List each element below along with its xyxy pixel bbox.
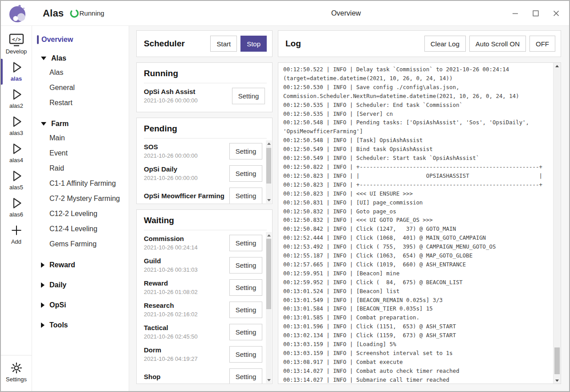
setting-button[interactable]: Setting bbox=[229, 188, 262, 204]
running-panel: Running OpSi Ash Assist2021-10-26 00:00:… bbox=[136, 62, 273, 112]
task-time: 2021-10-26 04:19:27 bbox=[144, 355, 229, 363]
sidebar-item-alas6[interactable]: alas6 bbox=[1, 195, 32, 220]
waiting-scrollbar[interactable] bbox=[266, 232, 272, 383]
minimize-button[interactable] bbox=[505, 1, 525, 25]
task-info: OpSi Ash Assist2021-10-26 00:00:00 bbox=[144, 87, 232, 105]
scroll-up-icon[interactable] bbox=[266, 140, 272, 147]
setting-button[interactable]: Setting bbox=[229, 143, 262, 159]
pending-list: SOS2021-10-26 00:00:00SettingOpSi Daily2… bbox=[137, 140, 265, 204]
task-info: Tactical2021-10-26 02:45:50 bbox=[144, 323, 229, 341]
auto-scroll-off-button[interactable]: OFF bbox=[529, 36, 555, 52]
nav-item-main[interactable]: Main bbox=[32, 131, 129, 146]
window-controls bbox=[505, 1, 566, 25]
scroll-down-icon[interactable] bbox=[266, 377, 272, 383]
nav-group-opsi[interactable]: OpSi bbox=[32, 298, 129, 312]
nav-group-daily[interactable]: Daily bbox=[32, 278, 129, 292]
setting-button[interactable]: Setting bbox=[229, 165, 262, 182]
nav-group-reward[interactable]: Reward bbox=[32, 258, 129, 272]
scrollbar-thumb[interactable] bbox=[266, 148, 271, 184]
start-button[interactable]: Start bbox=[210, 36, 237, 52]
nav-item-event[interactable]: Event bbox=[32, 146, 129, 161]
setting-button[interactable]: Setting bbox=[232, 88, 265, 104]
setting-button[interactable]: Setting bbox=[229, 368, 262, 384]
sidebar-item-add[interactable]: Add bbox=[1, 222, 32, 248]
task-time: 2021-10-26 01:08:02 bbox=[144, 288, 229, 297]
nav-item-gems-farming[interactable]: Gems Farming bbox=[32, 237, 129, 252]
task-time: 2021-10-26 00:00:00 bbox=[144, 151, 229, 160]
content: Scheduler Start Stop Running OpSi Ash As… bbox=[129, 26, 569, 391]
nav-item-c7-2-mystery-farming[interactable]: C7-2 Mystery Farming bbox=[32, 191, 129, 206]
setting-button[interactable]: Setting bbox=[229, 257, 262, 274]
scrollbar-thumb[interactable] bbox=[554, 347, 560, 374]
log-line: 00:12:59.951 | INFO | [Beacon] mine bbox=[283, 269, 552, 278]
log-output[interactable]: 00:12:50.522 | INFO | Delay task `Commis… bbox=[278, 63, 553, 384]
close-button[interactable] bbox=[546, 1, 566, 25]
sidebar-item-alas3[interactable]: alas3 bbox=[1, 113, 32, 139]
log-line: 00:13:03.159 | INFO | [Loading] 5% bbox=[283, 340, 552, 349]
nav-group-alas[interactable]: Alas bbox=[32, 52, 129, 65]
pending-panel: Pending SOS2021-10-26 00:00:00SettingOpS… bbox=[136, 118, 273, 204]
chevron-down-icon bbox=[41, 57, 46, 60]
log-line: 00:13:01.549 | INFO | [BEACON_REMAIN 0.0… bbox=[283, 296, 552, 305]
alas-logo-icon bbox=[8, 4, 27, 23]
nav-item-restart[interactable]: Restart bbox=[32, 95, 129, 110]
log-line: 00:13:01.596 | INFO | Click (1151, 653) … bbox=[283, 322, 552, 331]
scroll-down-icon[interactable] bbox=[554, 377, 561, 384]
nav-menu: OverviewAlasAlasGeneralRestartFarmMainEv… bbox=[32, 26, 129, 391]
scheduler-status: Running bbox=[69, 8, 104, 18]
setting-button[interactable]: Setting bbox=[229, 324, 262, 340]
task-name: Commission bbox=[144, 234, 229, 243]
scroll-up-icon[interactable] bbox=[266, 232, 272, 238]
nav-group-label: Daily bbox=[49, 281, 66, 289]
nav-group-label: Farm bbox=[51, 120, 69, 128]
scroll-down-icon[interactable] bbox=[266, 197, 272, 203]
log-line: 00:12:50.549 | INFO | Bind task OpsiAshA… bbox=[283, 145, 552, 154]
sidebar-item-alas2[interactable]: alas2 bbox=[1, 86, 32, 112]
log-line: 00:12:50.535 | INFO | Scheduler: End tas… bbox=[283, 101, 552, 110]
sidebar-item-develop[interactable]: </>Develop bbox=[1, 32, 32, 57]
stop-button[interactable]: Stop bbox=[240, 36, 267, 52]
svg-text:</>: </> bbox=[12, 37, 21, 42]
log-scrollbar[interactable] bbox=[553, 63, 561, 384]
nav-item-c12-2-leveling[interactable]: C12-2 Leveling bbox=[32, 206, 129, 221]
nav-group-farm[interactable]: Farm bbox=[32, 117, 129, 131]
play-icon bbox=[10, 142, 23, 155]
log-title: Log bbox=[285, 39, 424, 49]
auto-scroll-on-button[interactable]: Auto Scroll ON bbox=[469, 36, 526, 52]
waiting-list: Commission2021-10-26 00:24:14SettingGuil… bbox=[137, 232, 265, 384]
nav-item-general[interactable]: General bbox=[32, 80, 129, 95]
nav-group-tools[interactable]: Tools bbox=[32, 318, 129, 332]
log-area: 00:12:50.522 | INFO | Delay task `Commis… bbox=[278, 62, 561, 384]
nav-item-c12-4-leveling[interactable]: C12-4 Leveling bbox=[32, 221, 129, 237]
log-line: 00:12:50.522 | INFO | Delay task `Commis… bbox=[283, 65, 552, 74]
nav-list: OverviewAlasAlasGeneralRestartFarmMainEv… bbox=[32, 34, 129, 332]
setting-button[interactable]: Setting bbox=[229, 346, 262, 363]
log-line: 00:12:50.823 | INFO | | OPSIASHASSIST | bbox=[283, 172, 552, 180]
sidebar-item-settings[interactable]: Settings bbox=[1, 359, 32, 385]
task-info: OpSi Meowfficer Farming bbox=[144, 191, 229, 200]
sidebar-item-alas4[interactable]: alas4 bbox=[1, 140, 32, 166]
log-line: 00:13:01.524 | INFO | [Beacon] list bbox=[283, 287, 552, 296]
setting-button[interactable]: Setting bbox=[229, 279, 262, 296]
nav-item-raid[interactable]: Raid bbox=[32, 161, 129, 176]
clear-log-button[interactable]: Clear Log bbox=[424, 36, 466, 52]
log-line: 00:12:50.822 | INFO | +-----------------… bbox=[283, 163, 552, 172]
sidebar-item-label: alas bbox=[11, 75, 22, 82]
pending-scrollbar[interactable] bbox=[266, 140, 272, 203]
sidebar-item-alas5[interactable]: alas5 bbox=[1, 167, 32, 193]
sidebar-item-alas[interactable]: alas bbox=[1, 59, 32, 85]
scroll-up-icon[interactable] bbox=[554, 63, 561, 69]
nav-item-overview[interactable]: Overview bbox=[32, 34, 129, 45]
setting-button[interactable]: Setting bbox=[229, 302, 262, 318]
nav-item-c1-1-affinity-farming[interactable]: C1-1 Affinity Farming bbox=[32, 176, 129, 191]
scrollbar-thumb[interactable] bbox=[266, 239, 271, 309]
setting-button[interactable]: Setting bbox=[229, 235, 262, 251]
task-info: Reward2021-10-26 01:08:02 bbox=[144, 278, 229, 297]
maximize-button[interactable] bbox=[525, 1, 546, 25]
log-line: 00:13:03.159 | INFO | Screenshot interva… bbox=[283, 349, 552, 358]
log-line: Commission.Scheduler.NextRun=datetime.da… bbox=[283, 92, 552, 101]
log-line: 00:12:53.492 | INFO | Click ( 755, 395) … bbox=[283, 242, 552, 251]
nav-item-alas[interactable]: Alas bbox=[32, 65, 129, 80]
task-time: 2021-10-26 02:45:50 bbox=[144, 332, 229, 341]
minimize-icon bbox=[512, 10, 518, 16]
